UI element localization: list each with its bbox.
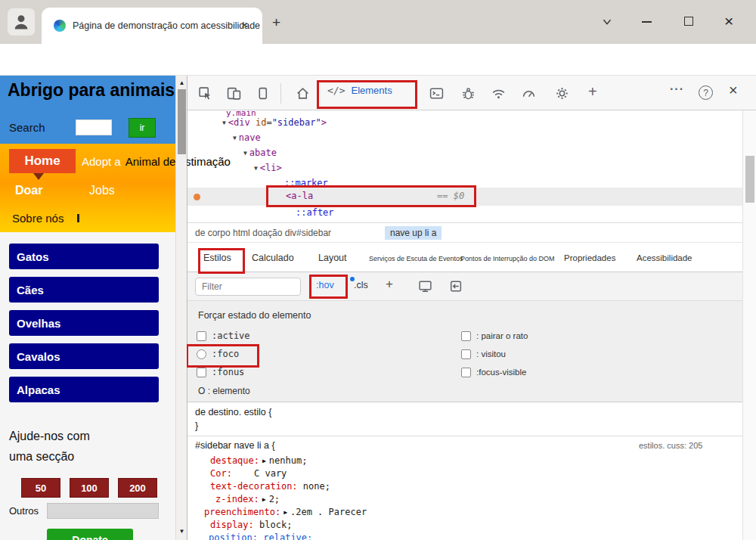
search-go-button[interactable]: ir bbox=[129, 118, 156, 138]
rule-selector[interactable]: #sidebar nave li a { bbox=[195, 440, 275, 451]
force-state-footer: O : elemento bbox=[198, 386, 250, 396]
tab-calculado[interactable]: Calculado bbox=[252, 253, 294, 263]
expand-arrow-icon[interactable]: ▶ bbox=[262, 458, 266, 464]
css-property-row[interactable]: destaque:▶nenhum; bbox=[210, 455, 307, 466]
network-icon[interactable] bbox=[491, 86, 507, 101]
breakpoint-dot bbox=[194, 194, 200, 200]
performance-icon[interactable] bbox=[522, 86, 537, 101]
checkbox-focus-visible[interactable] bbox=[461, 368, 471, 377]
amount-50-button[interactable]: 50 bbox=[21, 478, 60, 498]
new-style-rule-icon[interactable]: + bbox=[386, 277, 393, 292]
home-icon[interactable] bbox=[296, 86, 311, 101]
nav-home-link[interactable]: Home bbox=[9, 149, 76, 173]
dom-node-abate[interactable]: ▼abate bbox=[243, 147, 277, 158]
category-cavalos-button[interactable]: Cavalos bbox=[9, 343, 159, 369]
dom-node-a[interactable]: <a-la bbox=[286, 191, 313, 201]
category-ovelhas-button[interactable]: Ovelhas bbox=[9, 310, 159, 336]
expander-icon[interactable]: ▼ bbox=[222, 119, 226, 126]
computed-monitor-icon[interactable] bbox=[418, 279, 432, 293]
tab-accessibility[interactable]: Acessibilidade bbox=[637, 253, 692, 262]
expander-icon[interactable]: ▼ bbox=[243, 150, 247, 157]
add-tab-icon[interactable]: + bbox=[588, 83, 597, 101]
styles-tab-bar: Estilos Calculado Layout Serviços de Esc… bbox=[187, 242, 742, 272]
devtools-close-icon[interactable]: × bbox=[729, 82, 738, 99]
tab-close-icon[interactable]: × bbox=[241, 18, 248, 31]
dom-node-div-sidebar[interactable]: ▼<div id="sidebar"> bbox=[222, 117, 327, 128]
browser-tab[interactable]: Página de demonstração com acessibilidad… bbox=[42, 8, 262, 44]
devtools-menu-icon[interactable]: ··· bbox=[670, 82, 684, 96]
nav-donate-link[interactable]: Doar bbox=[15, 184, 42, 197]
expander-icon[interactable]: ▼ bbox=[254, 165, 258, 172]
device-toolbar-icon[interactable] bbox=[227, 86, 242, 101]
donate-button[interactable]: Donate bbox=[47, 529, 133, 540]
bug-icon[interactable] bbox=[461, 86, 476, 101]
expander-icon[interactable]: ▼ bbox=[233, 135, 237, 141]
box-arrow-icon[interactable] bbox=[448, 279, 463, 293]
tab-layout[interactable]: Layout bbox=[318, 253, 347, 263]
dock-side-icon[interactable] bbox=[256, 86, 271, 101]
css-property-row[interactable]: text-decoration: none; bbox=[210, 481, 330, 492]
category-gatos-button[interactable]: Gatos bbox=[9, 244, 159, 269]
breadcrumb-path[interactable]: de corpo html doação div#sidebar bbox=[195, 228, 331, 238]
rule-source-link[interactable]: estilos. cuss: 205 bbox=[639, 441, 702, 450]
scroll-up-icon[interactable]: ▲ bbox=[176, 79, 187, 86]
inline-style-open[interactable]: de destino. estilo { bbox=[195, 407, 271, 417]
category-alpacas-button[interactable]: Alpacas bbox=[9, 377, 159, 402]
window-close-icon[interactable]: × bbox=[724, 12, 733, 30]
category-caes-button[interactable]: Cães bbox=[9, 277, 159, 303]
scroll-down-icon[interactable]: ▼ bbox=[176, 528, 187, 535]
css-property-row[interactable]: z-index:▶2; bbox=[215, 494, 280, 504]
css-property-row[interactable]: position: relative; bbox=[209, 532, 312, 540]
minimize-icon[interactable] bbox=[642, 21, 652, 23]
breadcrumb-selected-chip[interactable]: nave up li a bbox=[385, 226, 442, 240]
other-amount-label: Outros bbox=[9, 505, 39, 517]
maximize-icon[interactable] bbox=[684, 17, 693, 26]
webpage-panel: Abrigo para animais Search ir Home Adopt… bbox=[0, 76, 187, 540]
checkbox-fonus[interactable] bbox=[197, 368, 206, 377]
amount-100-button[interactable]: 100 bbox=[70, 478, 109, 498]
dom-node-after[interactable]: ::after bbox=[296, 207, 334, 218]
label-foco: :foco bbox=[212, 349, 239, 359]
inspect-icon[interactable] bbox=[198, 86, 213, 101]
nav-about-link[interactable]: Sobre nós bbox=[12, 212, 64, 225]
checkbox-visited[interactable] bbox=[461, 349, 471, 359]
css-property-row[interactable]: preenchimento:▶.2em . Parecer bbox=[204, 507, 367, 517]
dom-selected-row[interactable]: <a-la == $0 bbox=[187, 188, 742, 206]
dom-node-nav[interactable]: ▼nave bbox=[233, 132, 261, 143]
css-property-row[interactable]: Cor:C vary bbox=[210, 468, 287, 479]
page-search-input[interactable] bbox=[76, 119, 112, 135]
dom-node-marker[interactable]: ::marker bbox=[284, 178, 328, 188]
console-icon[interactable] bbox=[429, 86, 445, 101]
profile-avatar[interactable] bbox=[8, 8, 35, 36]
styles-filter-input[interactable] bbox=[195, 278, 301, 296]
cls-toggle[interactable]: .cls bbox=[354, 280, 368, 290]
new-tab-icon[interactable]: + bbox=[272, 14, 280, 31]
checkbox-hover[interactable] bbox=[461, 331, 471, 341]
other-amount-input[interactable] bbox=[47, 503, 159, 519]
tab-estilos[interactable]: Estilos bbox=[203, 253, 231, 263]
page-scrollbar-thumb[interactable] bbox=[178, 89, 186, 154]
tab-dom-breakpoints[interactable]: Pontos de Interrupção do DOM bbox=[460, 255, 555, 262]
nav-jobs-link[interactable]: Jobs bbox=[89, 184, 115, 197]
dom-node-li[interactable]: ▼<li> bbox=[254, 163, 282, 173]
page-scrollbar[interactable]: ▲ ▼ bbox=[175, 76, 187, 540]
devtools-scrollbar[interactable] bbox=[742, 110, 756, 540]
devtools-scrollbar-thumb[interactable] bbox=[745, 156, 754, 203]
checkbox-foco[interactable] bbox=[197, 349, 206, 359]
settings-gear-icon[interactable] bbox=[555, 86, 570, 101]
nav-adopt-link[interactable]: Adopt a bbox=[82, 155, 121, 168]
code-icon: </> bbox=[327, 85, 345, 96]
tab-search-chevron-icon[interactable] bbox=[600, 15, 614, 29]
expand-arrow-icon[interactable]: ▶ bbox=[262, 496, 266, 503]
hov-toggle[interactable]: :hov bbox=[316, 280, 334, 290]
help-icon[interactable]: ? bbox=[699, 85, 713, 100]
tab-properties[interactable]: Propriedades bbox=[564, 253, 615, 262]
css-property-row[interactable]: display: block; bbox=[210, 520, 292, 530]
tab-event-listeners[interactable]: Serviços de Escuta de Eventos bbox=[369, 255, 463, 262]
checkbox-active[interactable] bbox=[197, 331, 206, 341]
expand-arrow-icon[interactable]: ▶ bbox=[284, 509, 287, 516]
tab-elements[interactable]: </> Elements bbox=[327, 85, 392, 96]
amount-200-button[interactable]: 200 bbox=[118, 478, 157, 498]
help-text-line1: Ajude-nos com bbox=[9, 430, 90, 443]
browser-window: Página de demonstração com acessibilidad… bbox=[0, 0, 756, 540]
